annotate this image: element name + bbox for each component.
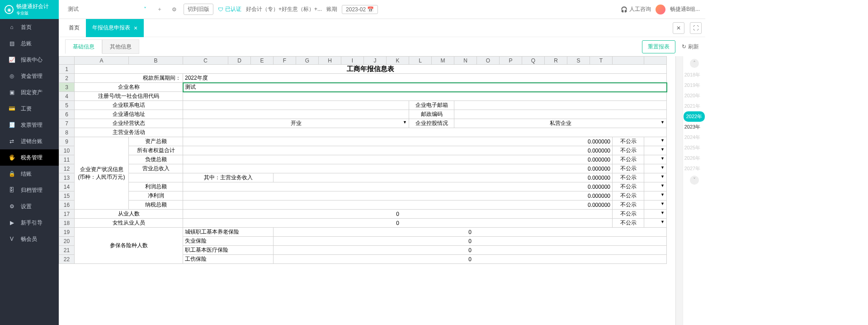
col-header[interactable]: L — [409, 57, 432, 65]
avatar[interactable] — [656, 5, 665, 14]
archive-icon: 🗄 — [8, 186, 15, 194]
refresh-button[interactable]: ↻ 刷新 — [682, 43, 699, 51]
vertical-scrollbar[interactable] — [675, 56, 683, 325]
gear-icon[interactable]: ⚙ — [169, 5, 179, 14]
sheet-title: 工商年报信息表 — [75, 65, 667, 74]
nav-funds[interactable]: ◎资金管理 — [0, 68, 59, 84]
col-header[interactable]: D — [228, 57, 251, 65]
year-2023年[interactable]: 2023年 — [684, 122, 705, 132]
year-2026年[interactable]: 2026年 — [684, 153, 705, 163]
sidebar: ◉ 畅捷通好会计 专业版 ⌂首页▤总账📈报表中心◎资金管理▣固定资产💳工资🧾发票… — [0, 0, 59, 325]
salary-icon: 💳 — [8, 105, 15, 112]
nav-assets[interactable]: ▣固定资产 — [0, 84, 59, 100]
nav-label: 归档管理 — [21, 186, 42, 194]
reset-report-button[interactable]: 重置报表 — [642, 40, 675, 53]
publicity-select[interactable] — [644, 173, 667, 182]
nav-reports[interactable]: 📈报表中心 — [0, 52, 59, 68]
col-header[interactable]: T — [590, 57, 613, 65]
plus-icon[interactable]: ＋ — [155, 5, 165, 14]
logo-icon: ◉ — [5, 5, 14, 14]
vip-icon: V — [8, 235, 15, 243]
col-header[interactable]: N — [454, 57, 477, 65]
close-icon[interactable]: × — [134, 24, 137, 32]
nav-vip[interactable]: V畅会员 — [0, 231, 59, 247]
year-2018年[interactable]: 2018年 — [684, 70, 705, 80]
refresh-icon: ↻ — [682, 43, 686, 50]
col-header[interactable]: G — [296, 57, 319, 65]
user-name: 畅捷通B组... — [670, 5, 700, 13]
nav-home[interactable]: ⌂首页 — [0, 19, 59, 35]
year-2024年[interactable]: 2024年 — [684, 132, 705, 143]
col-header[interactable]: A — [75, 57, 129, 65]
business-status-select[interactable]: 开业 — [183, 119, 409, 128]
plan-label: 好会计（专）+好生意（标）+... — [246, 5, 322, 13]
publicity-select[interactable] — [644, 201, 667, 210]
col-header[interactable]: E — [251, 57, 274, 65]
year-2027年[interactable]: 2027年 — [684, 163, 705, 174]
col-header[interactable]: C — [183, 57, 228, 65]
year-2020年[interactable]: 2020年 — [684, 91, 705, 101]
nav-close[interactable]: 🔒结账 — [0, 166, 59, 182]
subtab-其他信息[interactable]: 其他信息 — [102, 39, 139, 54]
nav-label: 首页 — [21, 24, 32, 31]
settings-icon: ⚙ — [8, 203, 15, 210]
col-header[interactable]: H — [319, 57, 341, 65]
nav-settings[interactable]: ⚙设置 — [0, 198, 59, 215]
nav-label: 设置 — [21, 203, 32, 210]
publicity-select[interactable] — [644, 146, 667, 155]
nav-label: 结账 — [21, 170, 32, 178]
col-header[interactable]: K — [387, 57, 409, 65]
year-2021年[interactable]: 2021年 — [684, 101, 705, 111]
company-select[interactable]: 测试 ˅ — [64, 4, 150, 15]
publicity-select[interactable] — [644, 164, 667, 173]
home-icon: ⌂ — [8, 24, 15, 31]
fullscreen-button[interactable]: ⛶ — [690, 22, 702, 34]
nav-tax[interactable]: 🖐税务管理 — [0, 149, 59, 166]
nav-label: 资金管理 — [21, 72, 42, 80]
old-version-button[interactable]: 切到旧版 — [184, 4, 213, 15]
col-header[interactable]: B — [129, 57, 183, 65]
publicity-select[interactable] — [644, 155, 667, 164]
publicity-select[interactable] — [644, 182, 667, 191]
col-header[interactable]: F — [274, 57, 296, 65]
guide-icon: ▶ — [8, 219, 15, 226]
nav-inventory[interactable]: ⇄进销台账 — [0, 133, 59, 149]
col-header[interactable]: S — [567, 57, 590, 65]
assets-icon: ▣ — [8, 89, 15, 96]
tab-首页[interactable]: 首页 — [62, 19, 86, 37]
verified-badge: 🛡 已认证 — [218, 5, 241, 13]
nav-ledger[interactable]: ▤总账 — [0, 35, 59, 52]
col-header[interactable]: J — [364, 57, 387, 65]
invoice-icon: 🧾 — [8, 121, 15, 129]
row-header[interactable]: 1 — [59, 65, 75, 74]
publicity-select[interactable] — [644, 137, 667, 146]
close-all-tabs-button[interactable]: ✕ — [673, 22, 684, 34]
nav-salary[interactable]: 💳工资 — [0, 100, 59, 117]
year-sidebar: ˄ 2018年2019年2020年2021年2022年2023年2024年202… — [683, 56, 705, 325]
col-header[interactable]: P — [500, 57, 522, 65]
holding-type-select[interactable]: 私营企业 — [454, 119, 667, 128]
tab-年报信息申报表[interactable]: 年报信息申报表× — [86, 19, 144, 37]
publicity-select[interactable] — [644, 191, 667, 201]
col-header[interactable]: Q — [522, 57, 545, 65]
year-up-button[interactable]: ˄ — [690, 59, 699, 68]
nav-label: 进销台账 — [21, 138, 42, 145]
col-header[interactable]: R — [545, 57, 567, 65]
col-header[interactable]: I — [341, 57, 364, 65]
year-2022年[interactable]: 2022年 — [684, 111, 705, 122]
spreadsheet[interactable]: ABCDEFGHIJKLMNOPQRST1工商年报信息表2税款所属期间：2022… — [59, 56, 675, 325]
nav-guide[interactable]: ▶新手引导 — [0, 215, 59, 231]
nav-invoice[interactable]: 🧾发票管理 — [0, 117, 59, 133]
col-header[interactable]: O — [477, 57, 500, 65]
shield-icon: 🛡 — [218, 6, 223, 13]
year-down-button[interactable]: ˅ — [690, 176, 699, 185]
year-2025年[interactable]: 2025年 — [684, 143, 705, 153]
period-select[interactable]: 2023-02 📅 — [342, 5, 378, 14]
company-name-cell[interactable]: 测试 — [183, 83, 667, 92]
col-header[interactable]: M — [432, 57, 454, 65]
support-link[interactable]: 🎧 人工咨询 — [621, 5, 651, 13]
nav-label: 税务管理 — [21, 154, 42, 162]
subtab-基础信息[interactable]: 基础信息 — [65, 39, 102, 54]
nav-archive[interactable]: 🗄归档管理 — [0, 182, 59, 198]
year-2019年[interactable]: 2019年 — [684, 80, 705, 91]
